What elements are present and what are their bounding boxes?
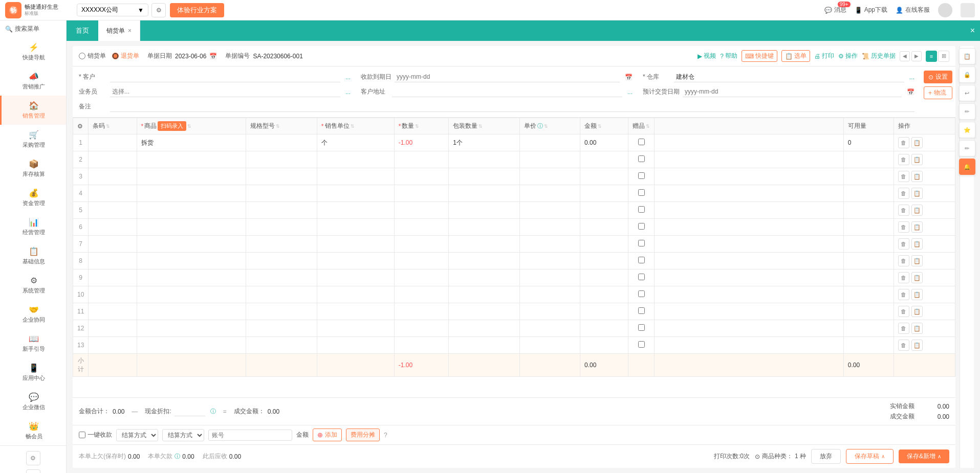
row-quantity-3[interactable] — [394, 168, 449, 185]
row-gift-9[interactable] — [628, 269, 655, 286]
delete-row-4[interactable]: 🗑 — [898, 188, 909, 199]
message-button[interactable]: 💬 消息 99+ — [824, 6, 846, 14]
row-quantity-4[interactable] — [394, 185, 449, 202]
online-service-button[interactable]: 👤 在线客服 — [896, 6, 930, 14]
copy-row-3[interactable]: 📋 — [911, 171, 923, 182]
product-type-section[interactable]: ⊙ 商品种类： 1 种 — [755, 452, 806, 461]
choose-link[interactable]: 📋 选单 — [781, 50, 810, 62]
sidebar-item-guide[interactable]: 📖 新手引导 — [0, 329, 66, 358]
row-gift-2[interactable] — [628, 151, 655, 168]
copy-row-1[interactable]: 📋 — [911, 137, 923, 148]
row-gift-13[interactable] — [628, 337, 655, 354]
row-gift-7[interactable] — [628, 236, 655, 253]
payment-method-select2[interactable]: 结算方式 — [162, 429, 204, 441]
row-gift-6[interactable] — [628, 219, 655, 236]
delete-row-3[interactable]: 🗑 — [898, 171, 909, 182]
delete-row-13[interactable]: 🗑 — [898, 340, 909, 351]
row-quantity-7[interactable] — [394, 236, 449, 253]
tab-bar-close-icon[interactable]: × — [970, 26, 975, 35]
delete-row-7[interactable]: 🗑 — [898, 238, 909, 250]
sidebar-collapse-btn[interactable]: ◀ — [26, 469, 40, 473]
user-panel[interactable] — [961, 3, 975, 17]
row-product-9[interactable] — [137, 269, 246, 286]
delete-row-10[interactable]: 🗑 — [898, 289, 909, 300]
row-product-3[interactable] — [137, 168, 246, 185]
row-gift-5[interactable] — [628, 202, 655, 219]
receive-date-calendar-icon[interactable]: 📅 — [625, 74, 633, 81]
history-link[interactable]: 📜 历史单据 — [862, 52, 896, 60]
shortcut-link[interactable]: ⌨ 快捷键 — [742, 50, 777, 62]
row-product-1[interactable]: 拆货 — [137, 134, 246, 151]
copy-row-7[interactable]: 📋 — [911, 238, 923, 250]
settings-button[interactable]: ⚙ — [151, 3, 166, 17]
sidebar-item-operations[interactable]: 📊 经营管理 — [0, 212, 66, 241]
copy-row-6[interactable]: 📋 — [911, 221, 923, 233]
copy-row-10[interactable]: 📋 — [911, 289, 923, 300]
sidebar-item-enterprise[interactable]: 🤝 企业协同 — [0, 300, 66, 329]
float-btn-3[interactable]: ↩ — [959, 85, 975, 101]
row-quantity-5[interactable] — [394, 202, 449, 219]
row-gift-10[interactable] — [628, 286, 655, 303]
trial-button[interactable]: 体验行业方案 — [170, 3, 224, 17]
row-product-11[interactable] — [137, 303, 246, 320]
this-order-debt-hint[interactable]: ⓘ — [175, 453, 180, 460]
video-link[interactable]: ▶ 视频 — [698, 52, 716, 60]
add-payment-button[interactable]: ⊕ 添加 — [313, 429, 342, 441]
row-quantity-12[interactable] — [394, 320, 449, 337]
row-product-10[interactable] — [137, 286, 246, 303]
unit-price-info-icon[interactable]: ⓘ — [537, 122, 543, 130]
row-product-8[interactable] — [137, 253, 246, 269]
customer-input[interactable] — [110, 72, 340, 82]
one-click-payment-input[interactable] — [79, 432, 85, 438]
delete-row-12[interactable]: 🗑 — [898, 323, 909, 334]
note-input[interactable] — [110, 101, 914, 112]
next-arrow[interactable]: ▶ — [911, 51, 922, 61]
one-click-payment-checkbox[interactable]: 一键收款 — [79, 431, 112, 439]
delete-row-9[interactable]: 🗑 — [898, 272, 909, 283]
settings-btn[interactable]: ⊙ 设置 — [924, 71, 952, 83]
expense-help-icon[interactable]: ? — [384, 432, 387, 439]
float-btn-5[interactable]: ⭐ — [959, 122, 975, 138]
sidebar-item-wechat[interactable]: 💬 企业微信 — [0, 387, 66, 416]
expected-date-calendar-icon[interactable]: 📅 — [907, 88, 914, 96]
row-product-2[interactable] — [137, 151, 246, 168]
delete-row-6[interactable]: 🗑 — [898, 221, 909, 233]
delete-row-8[interactable]: 🗑 — [898, 255, 909, 266]
row-quantity-10[interactable] — [394, 286, 449, 303]
float-btn-6[interactable]: ✏ — [959, 140, 975, 156]
salesperson-ellipsis[interactable]: ... — [345, 88, 351, 96]
save-draft-button[interactable]: 保存草稿 ∧ — [846, 449, 894, 464]
expense-split-button[interactable]: 费用分摊 — [346, 429, 380, 441]
print-link[interactable]: 🖨 打印 — [814, 52, 834, 60]
payment-method-select[interactable]: 结算方式 — [116, 429, 158, 441]
sidebar-item-appstore[interactable]: 📱 应用中心 — [0, 358, 66, 387]
sidebar-item-inventory[interactable]: 📦 库存核算 — [0, 154, 66, 183]
row-quantity-11[interactable] — [394, 303, 449, 320]
float-btn-1[interactable]: 📋 — [959, 48, 975, 64]
sidebar-item-basics[interactable]: 📋 基础信息 — [0, 241, 66, 271]
row-product-4[interactable] — [137, 185, 246, 202]
logistics-btn[interactable]: + 物流 — [924, 86, 952, 99]
abandon-button[interactable]: 放弃 — [811, 449, 841, 464]
help-link[interactable]: ? 帮助 — [720, 52, 737, 60]
discount-info-icon[interactable]: ⓘ — [210, 408, 216, 415]
expected-date-input[interactable] — [683, 86, 902, 97]
delete-row-1[interactable]: 🗑 — [898, 137, 909, 148]
sidebar-item-marketing[interactable]: 📣 营销推广 — [0, 66, 66, 96]
row-quantity-9[interactable] — [394, 269, 449, 286]
row-gift-3[interactable] — [628, 168, 655, 185]
warehouse-ellipsis[interactable]: ... — [909, 74, 914, 81]
sidebar-item-system[interactable]: ⚙ 系统管理 — [0, 271, 66, 300]
sidebar-item-finance[interactable]: 💰 资金管理 — [0, 183, 66, 212]
customer-ellipsis[interactable]: ... — [345, 74, 351, 81]
tab-close-icon[interactable]: × — [128, 27, 132, 34]
copy-row-4[interactable]: 📋 — [911, 188, 923, 199]
sidebar-search[interactable]: 🔍 搜索菜单 — [0, 20, 66, 37]
payment-account-input[interactable] — [208, 430, 292, 441]
radio-return-order[interactable]: 退货单 — [112, 52, 139, 60]
app-download-button[interactable]: 📱 App下载 — [855, 6, 887, 14]
save-new-button[interactable]: 保存&新增 ∧ — [899, 449, 949, 463]
row-quantity-1[interactable]: -1.00 — [394, 134, 449, 151]
row-gift-8[interactable] — [628, 253, 655, 269]
row-quantity-13[interactable] — [394, 337, 449, 354]
